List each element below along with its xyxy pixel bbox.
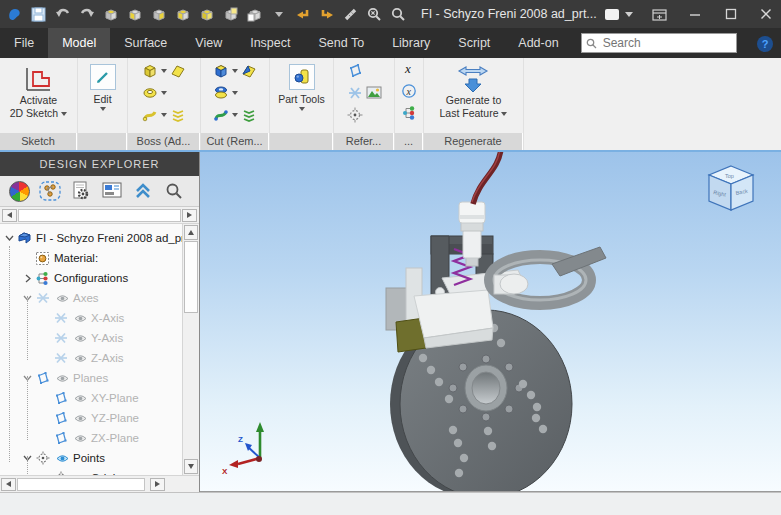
scroll-right-button[interactable] (150, 478, 165, 491)
app-logo-icon[interactable] (6, 6, 23, 23)
visibility-eye-icon[interactable] (72, 434, 88, 443)
help-button[interactable]: ? (757, 36, 773, 52)
doc-cube-icon-5[interactable] (198, 6, 215, 23)
maximize-button[interactable] (722, 3, 740, 25)
explorer-hscrollbar-bottom[interactable] (0, 475, 199, 492)
ribbon-group-equations: x x ... (395, 58, 424, 150)
configurations-tool-button[interactable] (401, 105, 417, 121)
layout-options-icon[interactable] (101, 180, 123, 202)
helix-boss-button[interactable] (170, 107, 186, 123)
scroll-thumb[interactable] (184, 241, 198, 313)
tab-script[interactable]: Script (444, 28, 504, 58)
sweep-boss-button[interactable] (142, 107, 167, 123)
tab-library[interactable]: Library (378, 28, 444, 58)
redo-icon[interactable] (78, 6, 95, 23)
sweep-cut-button[interactable] (213, 107, 238, 123)
doc-cube-icon-4[interactable] (174, 6, 191, 23)
ref-point-button[interactable] (347, 107, 363, 123)
equation-editor-button[interactable]: x (401, 61, 417, 77)
tab-send-to[interactable]: Send To (304, 28, 378, 58)
zoom-icon[interactable] (390, 6, 407, 23)
view-redo-icon[interactable] (318, 6, 335, 23)
revolve-cut-button[interactable] (213, 85, 238, 101)
color-wheel-icon[interactable] (8, 180, 30, 202)
expander-icon[interactable] (3, 235, 16, 241)
scroll-left-button[interactable] (2, 209, 17, 222)
visibility-eye-icon[interactable] (54, 454, 70, 463)
edit-button[interactable]: Edit (86, 61, 120, 114)
tab-model[interactable]: Model (48, 28, 110, 58)
view-cube-face-top[interactable]: Top (725, 173, 734, 179)
ref-plane-button[interactable] (347, 63, 363, 79)
explorer-hscrollbar-top[interactable] (0, 207, 199, 224)
tab-inspect[interactable]: Inspect (236, 28, 304, 58)
close-button[interactable] (757, 3, 775, 25)
chevron-down-icon[interactable] (270, 6, 287, 23)
loft-boss-button[interactable] (170, 63, 186, 79)
visibility-eye-icon[interactable] (72, 414, 88, 423)
tree-item-configurations[interactable]: Configurations (0, 268, 183, 288)
helix-cut-button[interactable] (241, 107, 257, 123)
doc-cube-icon-2[interactable] (126, 6, 143, 23)
visibility-eye-icon[interactable] (72, 474, 88, 476)
visibility-eye-icon[interactable] (72, 334, 88, 343)
save-icon[interactable] (30, 6, 47, 23)
view-undo-icon[interactable] (294, 6, 311, 23)
search-input[interactable] (601, 35, 732, 51)
document-switcher[interactable] (605, 9, 619, 20)
doc-cube-icon-3[interactable] (150, 6, 167, 23)
sensor-connector[interactable] (459, 202, 485, 266)
tab-view[interactable]: View (181, 28, 236, 58)
visibility-eye-icon[interactable] (72, 394, 88, 403)
explorer-search-icon[interactable] (163, 180, 185, 202)
tab-file[interactable]: File (0, 28, 48, 58)
tree-guide-line (9, 246, 10, 462)
visibility-eye-icon[interactable] (72, 314, 88, 323)
explorer-settings-gear-icon[interactable] (196, 180, 199, 202)
document-switcher-arrow-icon[interactable] (625, 12, 633, 17)
scroll-track[interactable] (18, 209, 181, 222)
document-settings-icon[interactable] (70, 180, 92, 202)
scroll-right-button[interactable] (182, 209, 197, 222)
generate-to-last-feature-button[interactable]: Generate to Last Feature (436, 61, 512, 123)
undo-icon[interactable] (54, 6, 71, 23)
ref-axis-button[interactable] (347, 85, 363, 101)
dropdown-arrow-icon (501, 112, 507, 116)
collapse-all-icon[interactable] (132, 180, 154, 202)
viewport-3d[interactable]: Top Right Back Z X (200, 152, 781, 492)
axis-icon (52, 331, 69, 345)
doc-cube-icon-7[interactable] (246, 6, 263, 23)
insert-image-button[interactable] (366, 85, 382, 101)
minimize-button[interactable] (686, 3, 704, 25)
scroll-track[interactable] (17, 478, 145, 491)
scroll-down-button[interactable] (184, 459, 198, 474)
search-box[interactable] (581, 33, 737, 53)
configuration-set-icon[interactable] (39, 180, 61, 202)
doc-cube-icon-1[interactable] (102, 6, 119, 23)
scroll-up-button[interactable] (184, 225, 198, 240)
visibility-eye-icon[interactable] (54, 374, 70, 383)
model-3d[interactable] (386, 152, 606, 492)
visibility-eye-icon[interactable] (54, 294, 70, 303)
tree-item-material[interactable]: Material: (0, 248, 183, 268)
tree-item-root-part[interactable]: FI - Schyzo Freni 2008 ad_prt (0, 228, 183, 248)
expander-icon[interactable] (21, 274, 34, 283)
revolve-boss-button[interactable] (142, 85, 167, 101)
zoom-fit-icon[interactable] (366, 6, 383, 23)
view-cube[interactable]: Top Right Back (709, 166, 753, 210)
visibility-eye-icon[interactable] (72, 354, 88, 363)
svg-text:x: x (405, 86, 411, 97)
tab-surface[interactable]: Surface (110, 28, 181, 58)
extrude-cut-button[interactable] (213, 63, 238, 79)
popout-window-button[interactable] (651, 3, 669, 25)
activate-2d-sketch-button[interactable]: Activate 2D Sketch (6, 61, 71, 123)
measure-icon[interactable] (342, 6, 359, 23)
part-tools-button[interactable]: Part Tools (274, 61, 329, 114)
explorer-vscrollbar[interactable] (182, 224, 199, 475)
scroll-left-button[interactable] (1, 478, 16, 491)
doc-cube-icon-6[interactable] (222, 6, 239, 23)
equation-variable-button[interactable]: x (401, 83, 417, 99)
extrude-boss-button[interactable] (142, 63, 167, 79)
tab-add-on[interactable]: Add-on (504, 28, 572, 58)
loft-cut-button[interactable] (241, 63, 257, 79)
